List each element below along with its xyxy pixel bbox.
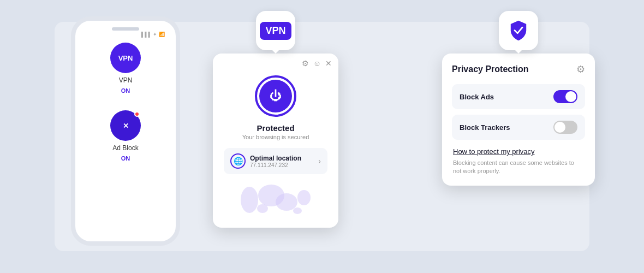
- svg-point-0: [241, 187, 258, 213]
- adblock-icon-text: ✕: [123, 122, 129, 130]
- location-name: Optimal location: [250, 155, 314, 162]
- block-ads-row[interactable]: Block Ads: [452, 84, 585, 109]
- shield-check-icon: [508, 20, 529, 41]
- privacy-popup-icon: [499, 11, 538, 50]
- world-map-svg: [224, 178, 327, 222]
- power-icon: ⏻: [270, 89, 282, 103]
- vpn-app-label: VPN: [119, 76, 133, 84]
- power-button-ring[interactable]: ⏻: [255, 75, 296, 117]
- svg-point-3: [297, 190, 311, 205]
- privacy-note: Blocking content can cause some websites…: [453, 159, 584, 176]
- block-trackers-toggle[interactable]: [553, 121, 577, 134]
- phone-mockup: ▌▌▌ ✦ 📶 VPN VPN ON ✕ Ad Block ON: [71, 16, 180, 246]
- block-trackers-toggle-knob: [554, 122, 565, 133]
- privacy-panel-title: Privacy Protection: [452, 64, 529, 74]
- adblock-app-label: Ad Block: [112, 144, 138, 152]
- vpn-app-icon[interactable]: VPN: [110, 43, 141, 73]
- power-button[interactable]: ⏻: [259, 80, 292, 112]
- location-text: Optimal location 77.111.247.232: [250, 155, 314, 168]
- phone-notch: [112, 27, 139, 31]
- vpn-popup-icon: VPN: [256, 11, 295, 50]
- privacy-panel: Privacy Protection ⚙ Block Ads Block Tra…: [442, 54, 595, 186]
- privacy-settings-icon[interactable]: ⚙: [576, 63, 585, 75]
- block-ads-toggle-knob: [565, 91, 576, 102]
- phone-app-vpn[interactable]: VPN VPN ON: [110, 43, 141, 94]
- phone-status-bar: ▌▌▌ ✦ 📶: [141, 32, 165, 37]
- block-ads-label: Block Ads: [460, 93, 494, 101]
- block-trackers-row[interactable]: Block Trackers: [452, 115, 585, 140]
- svg-point-2: [276, 193, 297, 211]
- vpn-popup-wrapper: VPN ⚙ ☺ ✕ ⏻ Protected Your browsing is s…: [213, 11, 338, 228]
- vpn-panel: ⚙ ☺ ✕ ⏻ Protected Your browsing is secur…: [213, 54, 338, 228]
- globe-icon: 🌐: [230, 153, 246, 169]
- svg-point-5: [293, 207, 302, 214]
- adblock-app-status: ON: [121, 155, 130, 162]
- vpn-status-title: Protected: [257, 123, 294, 133]
- svg-point-4: [257, 204, 268, 213]
- chevron-right-icon: ›: [318, 157, 321, 165]
- world-map: [224, 181, 327, 219]
- vpn-popup-icon-label: VPN: [260, 22, 291, 40]
- vpn-status-subtitle: Your browsing is secured: [242, 134, 309, 140]
- block-ads-toggle[interactable]: [553, 90, 577, 103]
- privacy-popup-triangle: [513, 48, 524, 54]
- vpn-location-box[interactable]: 🌐 Optimal location 77.111.247.232 ›: [224, 148, 327, 174]
- vpn-popup-triangle: [270, 48, 281, 54]
- adblock-app-icon[interactable]: ✕: [110, 110, 141, 141]
- vpn-icon-text: VPN: [118, 54, 133, 62]
- vpn-app-status: ON: [121, 87, 130, 94]
- phone-app-adblock[interactable]: ✕ Ad Block ON: [110, 110, 141, 162]
- settings-icon[interactable]: ⚙: [302, 59, 309, 68]
- privacy-popup-wrapper: Privacy Protection ⚙ Block Ads Block Tra…: [442, 11, 595, 186]
- emoji-icon[interactable]: ☺: [313, 59, 321, 68]
- privacy-panel-header: Privacy Protection ⚙: [452, 63, 585, 75]
- close-icon[interactable]: ✕: [325, 59, 332, 68]
- vpn-panel-content: ⏻ Protected Your browsing is secured 🌐 O…: [213, 70, 338, 228]
- block-trackers-label: Block Trackers: [460, 123, 510, 132]
- privacy-link[interactable]: How to protect my privacy: [453, 147, 584, 156]
- location-ip: 77.111.247.232: [250, 162, 314, 168]
- vpn-panel-header: ⚙ ☺ ✕: [213, 54, 338, 70]
- notification-dot: [134, 111, 140, 117]
